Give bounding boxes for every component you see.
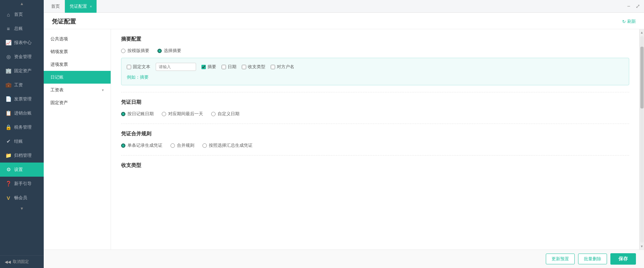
sidebar-item-reports[interactable]: 📈 报表中心 — [0, 36, 44, 50]
voucher-date-title: 凭证日期 — [121, 99, 629, 105]
voucher-date-radio-custom[interactable]: 自定义日期 — [211, 111, 239, 117]
merge-rules-radio-group: 单条记录生成凭证 合并规则 按照选择汇总生成凭证 — [121, 142, 629, 148]
left-nav-item-purchase-invoice[interactable]: 进项发票 — [44, 58, 111, 71]
merge-radio-rules-input[interactable] — [171, 143, 175, 148]
sidebar-item-archive[interactable]: 📁 归档管理 — [0, 148, 44, 163]
archive-icon: 📁 — [5, 152, 11, 159]
check-abstract[interactable]: 摘要 — [201, 64, 216, 70]
settings-icon: ⚙ — [5, 167, 11, 173]
left-nav-item-journal[interactable]: 日记账 — [44, 71, 111, 84]
voucher-date-radio-last-day[interactable]: 对应期间最后一天 — [162, 111, 203, 117]
scroll-thumb[interactable] — [640, 47, 644, 108]
save-button[interactable]: 保存 — [610, 253, 636, 265]
tab-home[interactable]: 首页 — [46, 0, 65, 13]
update-preview-button[interactable]: 更新预置 — [546, 254, 575, 264]
batch-delete-button[interactable]: 批量删除 — [578, 254, 607, 264]
payroll-icon: 💼 — [5, 82, 11, 88]
summary-radio-select-input[interactable] — [157, 49, 162, 53]
right-panel-wrapper: 摘要配置 按模版摘要 选择摘要 — [111, 29, 644, 250]
fixed-text-input[interactable] — [156, 63, 196, 71]
page-header: 凭证配置 ↻ 刷新 — [44, 13, 644, 29]
income-type-section: 收支类型 — [121, 162, 629, 181]
sidebar-item-funds[interactable]: ◎ 资金管理 — [0, 50, 44, 64]
minimize-button[interactable]: − — [626, 3, 632, 9]
refresh-icon: ↻ — [622, 19, 626, 24]
sidebar-scroll-up[interactable]: ▲ — [0, 0, 44, 7]
summary-radio-template-input[interactable] — [121, 49, 125, 53]
scroll-up-arrow[interactable]: ▲ — [640, 29, 644, 36]
summary-radio-group: 按模版摘要 选择摘要 — [121, 48, 629, 54]
sidebar-item-vip[interactable]: V 畅会员 — [0, 191, 44, 205]
merge-radio-single-input[interactable] — [121, 143, 125, 148]
left-nav-item-fixed-assets[interactable]: 固定资产 — [44, 96, 111, 109]
sidebar: ▲ ⌂ 首页 ≡ 总账 📈 报表中心 ◎ 资金管理 🏢 固定资产 💼 工资 📄 … — [0, 0, 44, 268]
sidebar-item-purchase-sales[interactable]: 📋 进销台账 — [0, 106, 44, 120]
guide-icon: ❓ — [5, 181, 11, 187]
voucher-date-radio-last-day-input[interactable] — [162, 112, 166, 116]
merge-radio-select-input[interactable] — [202, 143, 207, 148]
sidebar-scroll-down[interactable]: ▼ — [0, 205, 44, 212]
tab-close-button[interactable]: × — [90, 4, 92, 8]
scroll-track — [640, 36, 644, 242]
tax-icon: 🔒 — [5, 124, 11, 130]
page-content: 凭证配置 ↻ 刷新 公共选项 销项发票 进项发票 日记账 — [44, 13, 644, 268]
sidebar-item-fixed-assets[interactable]: 🏢 固定资产 — [0, 64, 44, 78]
page-title: 凭证配置 — [52, 17, 76, 26]
merge-radio-rules[interactable]: 合并规则 — [171, 142, 194, 148]
voucher-date-radio-custom-input[interactable] — [211, 112, 216, 116]
ledger-icon: ≡ — [5, 26, 11, 32]
merge-rules-section: 凭证合并规则 单条记录生成凭证 合并规则 — [121, 131, 629, 155]
voucher-date-radio-group: 按日记账日期 对应期间最后一天 自定义日期 — [121, 111, 629, 117]
funds-icon: ◎ — [5, 54, 11, 60]
merge-rules-title: 凭证合并规则 — [121, 131, 629, 137]
refresh-button[interactable]: ↻ 刷新 — [622, 18, 636, 25]
main-area: 首页 凭证配置 × − ⤢ 凭证配置 ↻ 刷新 公共选项 — [44, 0, 644, 268]
restore-button[interactable]: ⤢ — [634, 3, 641, 9]
check-abstract-input[interactable] — [201, 65, 206, 69]
sidebar-item-ledger[interactable]: ≡ 总账 — [0, 21, 44, 36]
unpin-icon: ◀◀ — [5, 260, 11, 264]
scroll-down-arrow[interactable]: ▼ — [640, 243, 644, 250]
left-nav-item-payroll-table[interactable]: 工资表 ▾ — [44, 84, 111, 96]
left-nav-item-public[interactable]: 公共选项 — [44, 33, 111, 45]
content-layout: 公共选项 销项发票 进项发票 日记账 工资表 ▾ 固定资产 — [44, 29, 644, 250]
bottom-bar: 更新预置 批量删除 保存 — [44, 250, 644, 268]
reports-icon: 📈 — [5, 40, 11, 46]
purchase-sales-icon: 📋 — [5, 110, 11, 116]
voucher-date-section: 凭证日期 按日记账日期 对应期间最后一天 — [121, 99, 629, 124]
voucher-date-radio-journal-input[interactable] — [121, 112, 125, 116]
summary-config-section: 摘要配置 按模版摘要 选择摘要 — [121, 36, 629, 92]
sidebar-item-tax[interactable]: 🔒 税务管理 — [0, 120, 44, 134]
fixed-assets-icon: 🏢 — [5, 68, 11, 74]
merge-radio-select[interactable]: 按照选择汇总生成凭证 — [202, 142, 253, 148]
settlement-icon: ✔ — [5, 138, 11, 144]
left-nav-item-sales-invoice[interactable]: 销项发票 — [44, 45, 111, 58]
sidebar-unpin-button[interactable]: ◀◀ 取消固定 — [0, 255, 44, 268]
invoice-icon: 📄 — [5, 96, 11, 102]
sidebar-item-invoice[interactable]: 📄 发票管理 — [0, 92, 44, 106]
tab-voucher-config[interactable]: 凭证配置 × — [65, 0, 97, 13]
sidebar-item-settlement[interactable]: ✔ 结账 — [0, 134, 44, 148]
left-nav: 公共选项 销项发票 进项发票 日记账 工资表 ▾ 固定资产 — [44, 29, 111, 250]
check-fixed-text[interactable]: 固定文本 — [127, 64, 150, 70]
home-icon: ⌂ — [5, 12, 11, 17]
check-counterparty-input[interactable] — [271, 65, 275, 69]
sidebar-item-home[interactable]: ⌂ 首页 — [0, 7, 44, 21]
check-date-input[interactable] — [222, 65, 226, 69]
income-type-title: 收支类型 — [121, 162, 629, 169]
check-fixed-text-input[interactable] — [127, 65, 131, 69]
tab-bar: 首页 凭证配置 × − ⤢ — [44, 0, 644, 13]
check-counterparty[interactable]: 对方户名 — [271, 64, 294, 70]
example-text: 例如：摘要 — [127, 74, 623, 80]
check-date[interactable]: 日期 — [222, 64, 236, 70]
merge-radio-single[interactable]: 单条记录生成凭证 — [121, 142, 162, 148]
sidebar-item-payroll[interactable]: 💼 工资 — [0, 78, 44, 92]
summary-radio-select[interactable]: 选择摘要 — [157, 48, 181, 54]
check-income-type-input[interactable] — [242, 65, 246, 69]
summary-config-box: 固定文本 摘要 日期 — [121, 58, 629, 85]
sidebar-item-guide[interactable]: ❓ 新手引导 — [0, 177, 44, 191]
summary-radio-template[interactable]: 按模版摘要 — [121, 48, 149, 54]
check-income-type[interactable]: 收支类型 — [242, 64, 265, 70]
sidebar-item-settings[interactable]: ⚙ 设置 — [0, 163, 44, 177]
voucher-date-radio-journal[interactable]: 按日记账日期 — [121, 111, 154, 117]
